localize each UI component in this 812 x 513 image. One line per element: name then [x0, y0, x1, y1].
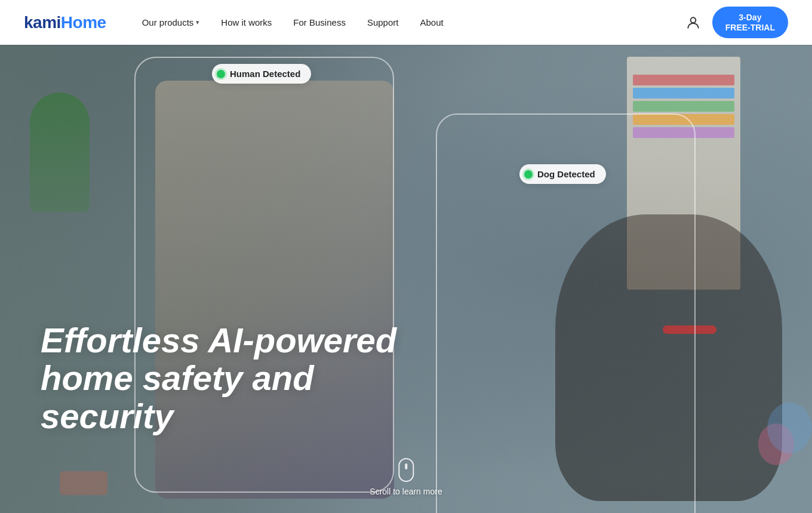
hero-headline: Effortless AI-powered home safety and se…	[41, 321, 447, 435]
chevron-down-icon: ▾	[196, 19, 199, 26]
svg-point-0	[690, 17, 696, 23]
dog-silhouette	[555, 214, 782, 501]
scroll-wheel	[405, 463, 407, 469]
balloon	[767, 403, 812, 453]
dog-detection-label: Dog Detected	[537, 169, 595, 179]
book	[633, 114, 734, 125]
scroll-label: Scroll to learn more	[370, 487, 442, 496]
detection-indicator	[524, 170, 533, 179]
navbar: kamiHome Our products ▾ How it works For…	[0, 0, 812, 45]
nav-links: Our products ▾ How it works For Business…	[142, 17, 684, 27]
scroll-mouse-icon	[398, 458, 414, 482]
plant-decoration	[30, 93, 90, 212]
child-figure	[155, 81, 394, 499]
nav-link-our-products[interactable]: Our products ▾	[142, 17, 200, 27]
nav-link-about[interactable]: About	[420, 17, 443, 27]
detection-indicator	[217, 70, 225, 78]
floor-toy	[60, 471, 107, 495]
hero-left-scene	[0, 45, 406, 513]
book	[633, 127, 734, 138]
logo-kami: kami	[24, 13, 61, 32]
nav-link-how-it-works[interactable]: How it works	[221, 17, 272, 27]
dog-detection-badge: Dog Detected	[519, 164, 606, 184]
book	[633, 88, 734, 99]
hero-right-scene	[406, 45, 812, 513]
human-detection-label: Human Detected	[230, 69, 300, 79]
scroll-hint: Scroll to learn more	[370, 458, 442, 496]
nav-right: 3-Day FREE-TRIAL	[684, 7, 788, 39]
free-trial-button[interactable]: 3-Day FREE-TRIAL	[712, 7, 788, 39]
user-account-icon[interactable]	[684, 13, 703, 32]
book	[633, 101, 734, 112]
logo-home: Home	[61, 13, 106, 32]
logo[interactable]: kamiHome	[24, 13, 106, 32]
nav-link-support[interactable]: Support	[367, 17, 399, 27]
hero-section: Human Detected Dog Detected Effortless A…	[0, 45, 812, 513]
human-detection-badge: Human Detected	[212, 64, 311, 84]
book	[633, 75, 734, 85]
nav-link-for-business[interactable]: For Business	[293, 17, 346, 27]
dog-collar	[663, 325, 716, 334]
